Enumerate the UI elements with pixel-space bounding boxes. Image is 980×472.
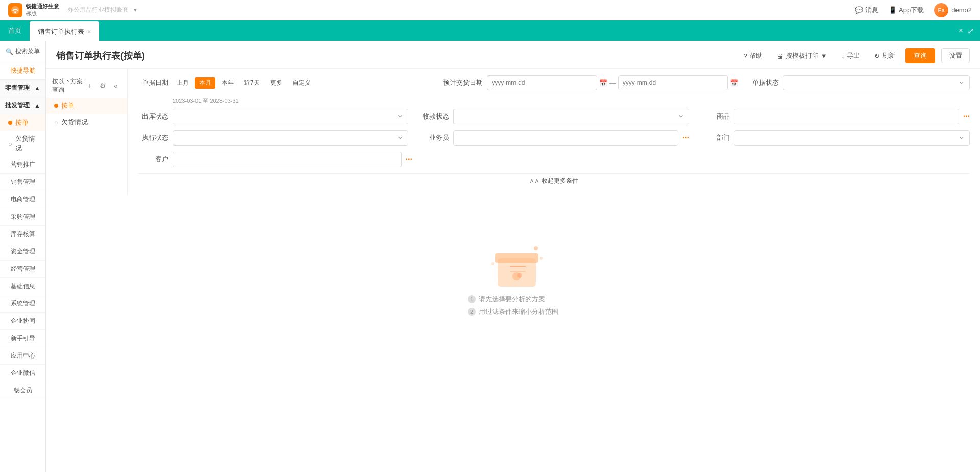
date-tab-custom[interactable]: 自定义 bbox=[288, 77, 315, 89]
scheme-active-dot bbox=[54, 104, 58, 108]
empty-num-2: 2 bbox=[468, 308, 476, 316]
date-tab-last-month[interactable]: 上月 bbox=[173, 77, 193, 89]
sidebar-item-purchase[interactable]: 采购管理 bbox=[0, 208, 45, 226]
tab-sales-order[interactable]: 销售订单执行表 × bbox=[30, 21, 99, 42]
logo-text: 畅捷通好生意 标版 bbox=[26, 3, 59, 16]
department-label: 部门 bbox=[699, 133, 730, 143]
print-label: 按模板打印 bbox=[786, 51, 819, 60]
date-tab-last-7[interactable]: 近7天 bbox=[240, 77, 264, 89]
message-action[interactable]: 💬 消息 bbox=[855, 6, 878, 15]
help-icon: ? bbox=[743, 52, 747, 60]
sidebar-item-newbie[interactable]: 新手引导 bbox=[0, 330, 45, 347]
industry-dropdown-arrow[interactable]: ▼ bbox=[133, 7, 138, 13]
close-window-icon[interactable]: × bbox=[959, 26, 963, 35]
salesperson-more-button[interactable]: ··· bbox=[682, 133, 689, 143]
search-menu-button[interactable]: 🔍 搜索菜单 bbox=[3, 45, 42, 58]
exec-status-label: 执行状态 bbox=[138, 133, 168, 143]
empty-num-1: 1 bbox=[468, 295, 476, 303]
sidebar-item-finance[interactable]: 资金管理 bbox=[0, 243, 45, 261]
sidebar-item-retail[interactable]: 零售管理 ▲ bbox=[0, 80, 45, 97]
collapse-scheme-button[interactable]: « bbox=[111, 81, 121, 91]
filter-field-date: 单据日期 上月 本月 本年 近7天 更多 自定义 bbox=[138, 77, 433, 89]
help-button[interactable]: ? 帮助 bbox=[739, 49, 766, 62]
filter-field-order-status: 单据状态 bbox=[748, 75, 970, 90]
sidebar-item-ecommerce[interactable]: 电商管理 bbox=[0, 191, 45, 208]
exec-status-select[interactable] bbox=[173, 130, 408, 146]
expected-date-label: 预计交货日期 bbox=[443, 78, 483, 87]
date-tab-this-year[interactable]: 本年 bbox=[217, 77, 238, 89]
order-status-select[interactable] bbox=[783, 75, 970, 90]
filter-field-exec-status: 执行状态 bbox=[138, 130, 408, 146]
settings-button[interactable]: 设置 bbox=[941, 48, 970, 63]
scheme-order-label: 按单 bbox=[61, 101, 75, 110]
sidebar-item-marketing[interactable]: 营销推广 bbox=[0, 156, 45, 174]
expected-date-start-input[interactable] bbox=[487, 75, 597, 90]
sidebar-item-wholesale[interactable]: 批发管理 ▲ bbox=[0, 97, 45, 114]
sidebar-item-apps[interactable]: 应用中心 bbox=[0, 347, 45, 365]
sidebar-item-wechat[interactable]: 企业微信 bbox=[0, 365, 45, 382]
print-button[interactable]: 🖨 按模板打印 ▼ bbox=[773, 49, 831, 62]
expected-date-end-input[interactable] bbox=[618, 75, 728, 90]
filter-field-goods: 商品 ··· bbox=[699, 109, 970, 124]
customer-more-button[interactable]: ··· bbox=[406, 155, 412, 164]
collapse-filter-button[interactable]: ∧∧ 收起更多条件 bbox=[138, 173, 970, 188]
query-button[interactable]: 查询 bbox=[905, 48, 935, 63]
user-area[interactable]: Ea demo2 bbox=[934, 3, 972, 17]
header-left: 畅捷通好生意 标版 办公用品行业模拟账套 ▼ bbox=[8, 3, 138, 17]
sidebar-item-inventory[interactable]: 库存核算 bbox=[0, 226, 45, 243]
empty-state: 1 请先选择要分析的方案 2 用过滤条件来缩小分析范围 bbox=[46, 195, 980, 357]
sidebar-item-sales-mgmt[interactable]: 销售管理 bbox=[0, 174, 45, 191]
industry-selector[interactable]: 办公用品行业模拟账套 bbox=[67, 6, 129, 14]
tab-bar-actions: × ⤢ bbox=[959, 26, 980, 36]
goods-label: 商品 bbox=[699, 112, 730, 121]
sidebar-item-quick-nav[interactable]: 快捷导航 bbox=[0, 62, 45, 80]
expand-window-icon[interactable]: ⤢ bbox=[967, 26, 974, 36]
refresh-button[interactable]: ↻ 刷新 bbox=[870, 49, 899, 62]
svg-point-4 bbox=[534, 246, 538, 250]
app-download-icon: 📱 bbox=[889, 6, 897, 14]
payment-status-select[interactable] bbox=[453, 109, 689, 124]
main-content: 销售订单执行表(按单) ? 帮助 🖨 按模板打印 ▼ ↓ 导出 bbox=[46, 41, 980, 472]
delivery-status-select[interactable] bbox=[173, 109, 408, 124]
sidebar-item-basic[interactable]: 基础信息 bbox=[0, 278, 45, 295]
payment-status-label: 收款状态 bbox=[419, 112, 449, 121]
tab-home[interactable]: 首页 bbox=[0, 20, 30, 41]
calendar-start-icon[interactable]: 📅 bbox=[599, 79, 607, 87]
refresh-icon: ↻ bbox=[874, 52, 880, 60]
date-tab-more[interactable]: 更多 bbox=[266, 77, 286, 89]
export-button[interactable]: ↓ 导出 bbox=[838, 49, 865, 62]
goods-input[interactable] bbox=[734, 109, 959, 124]
empty-text-item-2: 2 用过滤条件来缩小分析范围 bbox=[468, 307, 558, 316]
app-download-action[interactable]: 📱 App下载 bbox=[889, 6, 924, 15]
sidebar-item-order[interactable]: 按单 bbox=[0, 114, 45, 131]
salesperson-input[interactable] bbox=[453, 130, 678, 146]
filter-scheme-sidebar: 按以下方案查询 + ⚙ « 按单 ○ 欠货情况 bbox=[46, 69, 128, 195]
goods-more-button[interactable]: ··· bbox=[963, 112, 970, 121]
export-label: 导出 bbox=[847, 51, 860, 60]
sales-order-tab-label: 销售订单执行表 bbox=[38, 27, 84, 36]
sidebar-item-debt[interactable]: ○ 欠货情况 bbox=[0, 131, 45, 156]
empty-hint-1: 请先选择要分析的方案 bbox=[479, 295, 545, 304]
filter-scheme-label: 按以下方案查询 bbox=[52, 77, 84, 95]
date-tabs: 上月 本月 本年 近7天 更多 自定义 bbox=[173, 77, 315, 89]
sidebar-item-member[interactable]: 畅会员 bbox=[0, 382, 45, 399]
edit-scheme-button[interactable]: ⚙ bbox=[97, 81, 108, 91]
date-tab-this-month[interactable]: 本月 bbox=[195, 77, 215, 89]
filter-field-expected-date: 预计交货日期 📅 — 📅 bbox=[443, 75, 738, 90]
sidebar-item-enterprise[interactable]: 企业协同 bbox=[0, 313, 45, 330]
add-scheme-button[interactable]: + bbox=[84, 81, 94, 91]
scheme-item-debt[interactable]: ○ 欠货情况 bbox=[46, 114, 127, 130]
filter-row-1: 单据日期 上月 本月 本年 近7天 更多 自定义 预计交货日期 bbox=[138, 75, 970, 90]
department-select[interactable] bbox=[734, 130, 970, 146]
search-icon: 🔍 bbox=[6, 48, 13, 55]
scheme-item-order[interactable]: 按单 bbox=[46, 98, 127, 114]
filter-field-salesperson: 业务员 ··· bbox=[419, 130, 689, 146]
date-field-label: 单据日期 bbox=[138, 78, 168, 87]
tab-bar: 首页 销售订单执行表 × × ⤢ bbox=[0, 20, 980, 41]
tab-close-button[interactable]: × bbox=[87, 28, 91, 35]
customer-input[interactable] bbox=[173, 152, 402, 167]
sidebar-item-operation[interactable]: 经营管理 bbox=[0, 261, 45, 278]
calendar-end-icon[interactable]: 📅 bbox=[730, 79, 738, 87]
sidebar-item-system[interactable]: 系统管理 bbox=[0, 295, 45, 313]
svg-point-5 bbox=[540, 257, 543, 260]
